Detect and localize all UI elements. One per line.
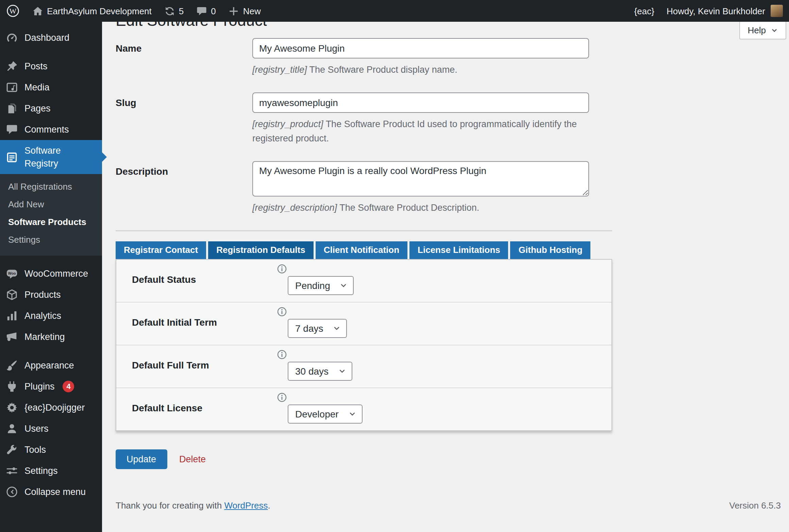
site-name: EarthAsylum Development [47, 6, 152, 16]
main-content: Edit Software Product Name [registry_tit… [102, 0, 789, 515]
default-status-label: Default Status [132, 264, 288, 295]
description-field-row: Description My Awesome Plugin is a reall… [116, 161, 781, 215]
info-icon[interactable] [277, 349, 287, 360]
default-initial-term-row: Default Initial Term 7 days [116, 302, 611, 345]
sidebar-item-label: {eac}Doojigger [24, 401, 85, 414]
registration-defaults-panel: Default Status Pending Default Initial T… [116, 259, 612, 431]
admin-menu-sidebar: Dashboard Posts Media Pages Commen [0, 22, 102, 532]
new-label: New [243, 6, 261, 16]
update-button[interactable]: Update [116, 449, 167, 469]
eac-label: {eac} [634, 6, 654, 16]
sidebar-item-woocommerce[interactable]: Woo WooCommerce [0, 263, 102, 284]
sidebar-item-label: Settings [24, 464, 58, 477]
default-license-select[interactable]: Developer [288, 405, 363, 424]
sidebar-item-dashboard[interactable]: Dashboard [0, 27, 102, 48]
sidebar-item-appearance[interactable]: Appearance [0, 355, 102, 376]
sidebar-item-pages[interactable]: Pages [0, 98, 102, 119]
site-name-link[interactable]: EarthAsylum Development [26, 0, 158, 22]
updates-count: 5 [179, 6, 184, 16]
submenu-item-settings[interactable]: Settings [0, 231, 102, 249]
sidebar-item-software-registry[interactable]: Software Registry [0, 140, 102, 174]
tab-registration-defaults[interactable]: Registration Defaults [208, 241, 314, 259]
sidebar-item-users[interactable]: Users [0, 418, 102, 439]
updates-icon [164, 5, 175, 17]
name-label: Name [116, 38, 252, 77]
tab-github-hosting[interactable]: Github Hosting [510, 241, 591, 259]
tab-license-limitations[interactable]: License Limitations [409, 241, 508, 259]
sidebar-item-analytics[interactable]: Analytics [0, 305, 102, 326]
sidebar-item-eac-doojigger[interactable]: {eac}Doojigger [0, 397, 102, 418]
sidebar-item-label: Analytics [24, 309, 61, 322]
default-full-term-label: Default Full Term [132, 349, 288, 381]
submenu-item-label: Software Products [8, 217, 86, 227]
slug-hint: [registry_product] The Software Product … [252, 118, 596, 145]
admin-bar-left: W EarthAsylum Development 5 0 [0, 0, 267, 22]
slug-input[interactable] [252, 93, 589, 113]
sidebar-item-tools[interactable]: Tools [0, 439, 102, 460]
appearance-brush-icon [5, 359, 18, 372]
wordpress-link[interactable]: WordPress [224, 500, 268, 511]
description-textarea[interactable]: My Awesome Plugin is a really cool WordP… [252, 161, 589, 196]
default-initial-term-select[interactable]: 7 days [288, 319, 347, 338]
default-initial-term-field: 7 days [288, 307, 595, 338]
info-icon[interactable] [277, 264, 287, 274]
default-status-select[interactable]: Pending [288, 276, 354, 295]
footer-thanks: Thank you for creating with WordPress. [116, 500, 270, 511]
default-full-term-field: 30 days [288, 349, 595, 381]
dashboard-icon [5, 31, 18, 44]
settings-tabs: Registrar Contact Registration Defaults … [116, 241, 612, 259]
form-actions: Update Delete [116, 449, 781, 469]
comments-link[interactable]: 0 [190, 0, 222, 22]
sidebar-item-label: Plugins [24, 380, 55, 393]
submenu-item-label: All Registrations [8, 182, 72, 192]
name-input[interactable] [252, 38, 589, 58]
sidebar-item-label: Dashboard [24, 31, 69, 44]
sidebar-item-comments[interactable]: Comments [0, 119, 102, 140]
sidebar-item-label: Marketing [24, 330, 65, 343]
chevron-down-icon [338, 367, 346, 375]
submenu-item-label: Add New [8, 199, 44, 209]
wp-logo-menu[interactable]: W [0, 0, 26, 22]
default-full-term-select[interactable]: 30 days [288, 362, 352, 381]
collapse-menu-button[interactable]: Collapse menu [0, 481, 102, 502]
howdy-text: Howdy, Kevin Burkholder [667, 6, 765, 16]
delete-link[interactable]: Delete [179, 454, 206, 464]
my-account-menu[interactable]: Howdy, Kevin Burkholder [660, 0, 789, 22]
tab-client-notification[interactable]: Client Notification [316, 241, 407, 259]
avatar [771, 5, 783, 17]
info-icon[interactable] [277, 307, 287, 317]
new-content-menu[interactable]: New [222, 0, 267, 22]
sidebar-item-products[interactable]: Products [0, 284, 102, 305]
software-registry-icon [5, 151, 18, 164]
eac-menu[interactable]: {eac} [628, 0, 660, 22]
media-icon [5, 81, 18, 94]
settings-sliders-icon [5, 464, 18, 477]
sidebar-item-marketing[interactable]: Marketing [0, 326, 102, 347]
default-license-field: Developer [288, 392, 595, 424]
help-tab[interactable]: Help [740, 22, 787, 39]
slug-field: [registry_product] The Software Product … [252, 93, 781, 145]
home-icon [32, 5, 44, 17]
sidebar-item-label: Products [24, 288, 61, 301]
plugins-update-badge: 4 [63, 381, 74, 392]
products-box-icon [5, 288, 18, 301]
sidebar-item-media[interactable]: Media [0, 77, 102, 98]
sidebar-item-posts[interactable]: Posts [0, 56, 102, 77]
tools-wrench-icon [5, 443, 18, 456]
slug-field-row: Slug [registry_product] The Software Pro… [116, 93, 781, 145]
pages-icon [5, 102, 18, 115]
info-icon[interactable] [277, 392, 287, 402]
section-divider [116, 230, 612, 231]
sidebar-item-settings[interactable]: Settings [0, 460, 102, 481]
default-license-label: Default License [132, 392, 288, 424]
sidebar-item-plugins[interactable]: Plugins 4 [0, 376, 102, 397]
svg-text:W: W [10, 7, 17, 15]
tab-registrar-contact[interactable]: Registrar Contact [116, 241, 206, 259]
submenu-item-add-new[interactable]: Add New [0, 196, 102, 213]
updates-link[interactable]: 5 [158, 0, 190, 22]
doojigger-gear-icon [5, 401, 18, 414]
submenu-item-all-registrations[interactable]: All Registrations [0, 178, 102, 196]
submenu-item-software-products[interactable]: Software Products [0, 213, 102, 231]
comments-icon [5, 123, 18, 136]
plus-icon [228, 5, 240, 17]
